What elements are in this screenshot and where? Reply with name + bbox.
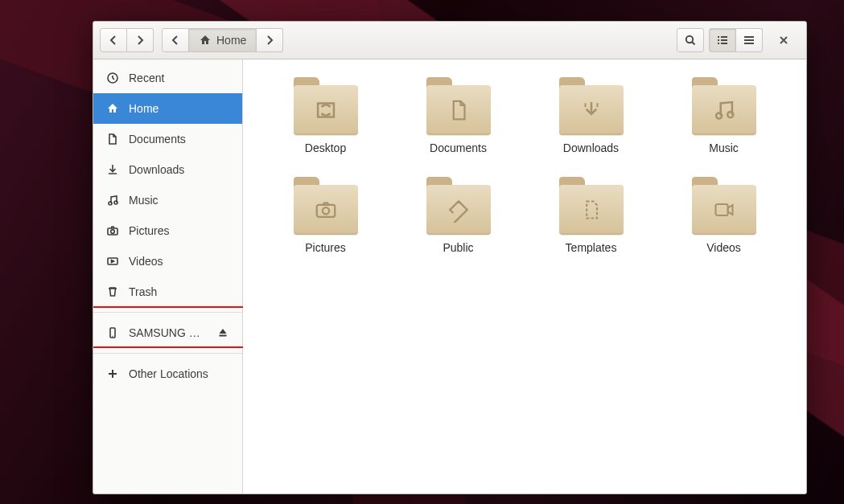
folder-downloads[interactable]: Downloads [527, 77, 656, 154]
sidebar-item-label: Other Locations [129, 367, 229, 380]
svg-point-22 [322, 207, 328, 214]
sidebar-item-label: Documents [129, 133, 229, 145]
window-close-button[interactable] [768, 34, 800, 47]
list-icon [716, 34, 729, 47]
sidebar-separator [93, 312, 242, 313]
sidebar-item-label: Pictures [129, 224, 229, 237]
folder-label: Pictures [305, 241, 346, 254]
svg-rect-17 [220, 335, 227, 337]
svg-point-11 [109, 202, 112, 205]
path-segment-label: Home [216, 34, 246, 47]
path-prev-button[interactable] [162, 28, 189, 52]
phone-icon [106, 326, 119, 339]
sidebar-item-music[interactable]: Music [93, 185, 242, 215]
folder-icon [294, 77, 358, 135]
search-icon [684, 34, 697, 47]
sidebar-item-other-locations[interactable]: Other Locations [93, 359, 242, 389]
svg-rect-2 [721, 36, 727, 38]
video-icon [106, 255, 119, 268]
sidebar-item-label: Videos [129, 255, 229, 268]
folder-icon [559, 177, 624, 235]
folder-icon [294, 177, 358, 235]
camera-icon [106, 224, 119, 237]
search-button[interactable] [677, 28, 704, 52]
svg-point-20 [727, 112, 733, 117]
sidebar-item-label: SAMSUNG … [129, 326, 207, 339]
folder-label: Music [709, 141, 739, 154]
folder-label: Downloads [563, 141, 619, 154]
svg-rect-9 [744, 43, 754, 44]
sidebar-item-videos[interactable]: Videos [93, 246, 242, 277]
path-next-button[interactable] [257, 28, 283, 52]
document-icon [106, 133, 119, 145]
sidebar-item-label: Music [129, 194, 229, 207]
sidebar-item-label: Recent [129, 72, 229, 84]
sidebar-item-label: Downloads [129, 163, 229, 176]
headerbar: Home [93, 22, 806, 59]
chevron-left-icon [169, 34, 182, 47]
window-body: Recent Home Documents Downloads [93, 59, 806, 494]
sidebar-item-trash[interactable]: Trash [93, 277, 242, 307]
clock-icon [106, 72, 119, 84]
home-icon [199, 34, 212, 47]
folder-icon [559, 77, 624, 135]
folder-icon [426, 77, 491, 135]
folder-label: Public [443, 241, 473, 254]
svg-rect-8 [744, 39, 754, 41]
svg-rect-1 [718, 36, 719, 38]
hamburger-icon [743, 34, 755, 47]
folder-icon [426, 177, 491, 235]
chevron-left-icon [107, 34, 120, 47]
folder-label: Templates [566, 241, 617, 254]
plus-icon [106, 367, 119, 380]
sidebar-item-documents[interactable]: Documents [93, 124, 242, 154]
svg-point-12 [114, 201, 117, 204]
svg-point-19 [716, 113, 722, 119]
svg-point-14 [111, 230, 115, 234]
svg-rect-7 [744, 36, 754, 38]
svg-rect-4 [721, 39, 727, 41]
folder-templates[interactable]: Templates [527, 177, 656, 254]
sidebar: Recent Home Documents Downloads [93, 59, 243, 494]
svg-point-0 [686, 36, 693, 43]
folder-view[interactable]: Desktop Documents [243, 59, 806, 494]
trash-icon [106, 285, 119, 298]
folder-icon [692, 177, 756, 235]
file-manager-window: Home [93, 21, 807, 494]
close-icon [777, 34, 790, 47]
download-icon [106, 163, 119, 176]
folder-label: Documents [430, 141, 487, 154]
chevron-right-icon [134, 34, 146, 47]
folder-grid: Desktop Documents [259, 77, 790, 254]
folder-music[interactable]: Music [660, 77, 788, 154]
sidebar-item-pictures[interactable]: Pictures [93, 215, 242, 246]
sidebar-item-recent[interactable]: Recent [93, 63, 242, 93]
pathbar: Home [162, 28, 283, 52]
view-options-button[interactable] [736, 28, 763, 52]
folder-public[interactable]: Public [394, 177, 523, 254]
nav-forward-button[interactable] [127, 28, 154, 52]
svg-rect-6 [721, 43, 727, 44]
sidebar-separator [93, 353, 242, 354]
folder-videos[interactable]: Videos [660, 177, 788, 254]
view-list-button[interactable] [709, 28, 736, 52]
folder-label: Desktop [305, 141, 346, 154]
sidebar-item-device-samsung[interactable]: SAMSUNG … [93, 318, 242, 348]
sidebar-item-downloads[interactable]: Downloads [93, 154, 242, 185]
svg-rect-3 [718, 39, 719, 41]
home-icon [106, 102, 119, 115]
folder-desktop[interactable]: Desktop [261, 77, 390, 154]
sidebar-item-home[interactable]: Home [93, 93, 242, 124]
sidebar-item-label: Trash [129, 285, 229, 298]
folder-documents[interactable]: Documents [394, 77, 523, 154]
folder-icon [692, 77, 756, 135]
path-segment-home[interactable]: Home [189, 28, 257, 52]
chevron-right-icon [263, 34, 276, 47]
eject-icon[interactable] [216, 326, 229, 339]
music-icon [106, 194, 119, 207]
svg-rect-23 [715, 204, 727, 215]
nav-back-button[interactable] [100, 28, 127, 52]
folder-pictures[interactable]: Pictures [261, 177, 390, 254]
sidebar-item-label: Home [129, 102, 229, 115]
svg-rect-5 [718, 43, 719, 44]
